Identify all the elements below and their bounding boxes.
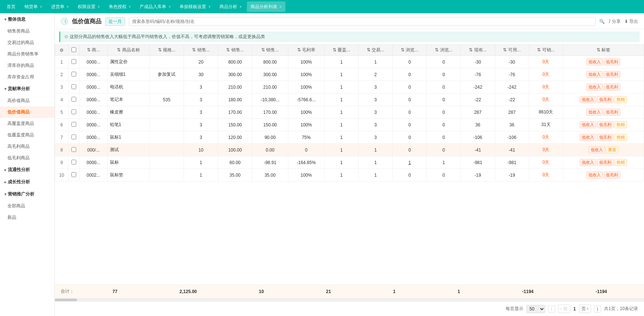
nav-product-list[interactable]: 商品分析列表 × xyxy=(247,1,285,12)
sidebar-item-slow-products[interactable]: 滞库存的商品 xyxy=(0,60,54,71)
trade: 2 xyxy=(359,68,393,81)
row-checkbox-cell[interactable] xyxy=(68,119,80,131)
sidebar-item-traded-products[interactable]: 交易过的商品 xyxy=(0,37,54,48)
sale-qty: 30 xyxy=(184,68,218,81)
close-icon[interactable]: × xyxy=(98,5,100,9)
horizontal-scrollbar[interactable] xyxy=(55,298,644,301)
close-icon[interactable]: × xyxy=(239,5,242,9)
col-name[interactable]: ⇅ 商品名称 xyxy=(107,45,149,56)
row-checkbox[interactable] xyxy=(71,135,76,139)
col-spec[interactable]: ⇅ 规格... xyxy=(150,45,184,56)
row-checkbox-cell[interactable] xyxy=(68,56,80,68)
sidebar-item-new-products[interactable]: 新品 xyxy=(0,212,54,223)
close-icon[interactable]: × xyxy=(40,5,42,9)
row-checkbox-cell[interactable] xyxy=(68,144,80,156)
sidebar-section-liquidity[interactable]: ▸ 流通性分析 xyxy=(0,164,54,176)
last-page-button[interactable]: ⟩ xyxy=(594,305,601,313)
row-checkbox-cell[interactable] xyxy=(68,169,80,181)
row-checkbox-cell[interactable] xyxy=(68,106,80,119)
sidebar-item-high-coverage[interactable]: 高覆盖度商品 xyxy=(0,118,54,129)
close-icon[interactable]: × xyxy=(279,5,282,9)
nav-permissions[interactable]: 权限设置 × xyxy=(74,1,104,12)
view2: 0 xyxy=(427,56,461,68)
sidebar-section-marketing[interactable]: ▾ 营销推广分析 xyxy=(0,188,54,200)
close-icon[interactable]: × xyxy=(129,5,131,9)
sale-qty: 3 xyxy=(184,119,218,131)
row-checkbox[interactable] xyxy=(71,59,76,64)
col-days[interactable]: ⇅ 可销... xyxy=(529,45,563,56)
export-button[interactable]: ⬇ 导出 xyxy=(624,18,638,25)
row-checkbox-cell[interactable] xyxy=(68,81,80,94)
sidebar-section-overall[interactable]: ▾ 整体信息 xyxy=(0,13,54,26)
row-checkbox[interactable] xyxy=(71,97,76,102)
sidebar-item-category-rate[interactable]: 商品分类销售率 xyxy=(0,48,54,60)
trade: 1 xyxy=(359,144,393,156)
select-all-checkbox[interactable] xyxy=(71,47,76,52)
nav-template[interactable]: 单据模板设置 × xyxy=(176,1,214,12)
row-checkbox-cell[interactable] xyxy=(68,68,80,81)
nav-roles[interactable]: 角色授权 × xyxy=(105,1,135,12)
sidebar-section-growth[interactable]: ▸ 成长性分析 xyxy=(0,176,54,188)
sort-icon: ⇅ xyxy=(226,47,230,52)
product-spec xyxy=(150,144,184,156)
row-checkbox[interactable] xyxy=(71,160,76,164)
row-checkbox-cell[interactable] xyxy=(68,156,80,169)
nav-purchase[interactable]: 进货单 × xyxy=(47,1,73,12)
row-checkbox[interactable] xyxy=(71,122,76,127)
nav-product-analysis[interactable]: 商品分析 × xyxy=(216,1,245,12)
close-icon[interactable]: × xyxy=(208,5,211,9)
sidebar-item-high-value[interactable]: 高价值商品 xyxy=(0,95,54,106)
row-checkbox-cell[interactable] xyxy=(68,94,80,106)
col-available[interactable]: ⇅ 可用... xyxy=(495,45,529,56)
sidebar-item-high-margin[interactable]: 高毛利商品 xyxy=(0,141,54,152)
row-checkbox[interactable] xyxy=(71,109,76,114)
sidebar-item-sales-products[interactable]: 销售类商品 xyxy=(0,26,54,37)
row-checkbox[interactable] xyxy=(71,84,76,89)
col-tags[interactable]: ⇅ 标签 xyxy=(563,45,644,56)
col-sale-avg[interactable]: ⇅ 销售... xyxy=(252,45,288,56)
col-stock[interactable]: ⇅ 现有... xyxy=(461,45,495,56)
row-checkbox-cell[interactable] xyxy=(68,131,80,144)
col-gross-rate[interactable]: ⇅ 毛利率 xyxy=(288,45,324,56)
tag: 低毛利 xyxy=(597,159,614,166)
first-page-button[interactable]: ⟨ xyxy=(548,305,555,313)
row-checkbox[interactable] xyxy=(71,72,76,77)
col-coverage[interactable]: ⇅ 覆盖... xyxy=(325,45,359,56)
col-view1[interactable]: ⇅ 浏览... xyxy=(393,45,427,56)
col-sale-qty[interactable]: ⇅ 销售... xyxy=(184,45,218,56)
next-page-button[interactable]: 页 › xyxy=(579,305,591,313)
col-code[interactable]: ⇅ 商... xyxy=(80,45,108,56)
nav-sales[interactable]: 销货单 × xyxy=(21,1,46,12)
nav-production[interactable]: 产成品入库单 × xyxy=(136,1,174,12)
col-sale-amt[interactable]: ⇅ 销售... xyxy=(218,45,252,56)
row-checkbox[interactable] xyxy=(71,172,76,177)
row-checkbox[interactable] xyxy=(71,147,76,152)
sort-icon: ⇅ xyxy=(401,47,405,52)
close-icon[interactable]: × xyxy=(168,5,171,9)
sidebar-item-low-coverage[interactable]: 低覆盖度商品 xyxy=(0,129,54,141)
chevron-right-icon: ▸ xyxy=(4,180,6,184)
available: -30 xyxy=(495,56,529,68)
prev-page-button[interactable]: ‹ 前 xyxy=(558,305,570,313)
sidebar-item-inventory-capital[interactable]: 库存资金占用 xyxy=(0,71,54,83)
sidebar-section-contribution[interactable]: ▾ 贡献率分析 xyxy=(0,83,54,95)
page-size-select[interactable]: 50 100 200 xyxy=(526,305,545,313)
sidebar-collapse-button[interactable]: 《 xyxy=(61,18,68,25)
col-trade[interactable]: ⇅ 交易... xyxy=(359,45,393,56)
table-row: 2 0000... 吴细细1 参加复试 30 300.00 300.00 100… xyxy=(55,68,644,81)
col-view2[interactable]: ⇅ 浏览... xyxy=(427,45,461,56)
filter-period-button[interactable]: 近一月 xyxy=(105,17,125,26)
product-code: 0000... xyxy=(80,68,108,81)
share-button[interactable]: ⤴ 分享 xyxy=(608,18,621,25)
nav-home[interactable]: 首页 xyxy=(3,1,19,12)
sidebar-item-low-margin[interactable]: 低毛利商品 xyxy=(0,152,54,164)
search-icon[interactable]: 🔍 xyxy=(599,19,605,24)
settings-icon-header[interactable]: ⚙ xyxy=(55,45,68,56)
sidebar-item-all-products[interactable]: 全部商品 xyxy=(0,200,54,212)
sidebar-item-low-value[interactable]: 低价值商品 xyxy=(0,106,54,118)
view-link[interactable]: 1 xyxy=(408,160,411,165)
search-input[interactable] xyxy=(129,17,596,26)
close-icon[interactable]: × xyxy=(67,5,69,9)
select-all-header[interactable] xyxy=(68,45,80,56)
days: 0天 xyxy=(529,94,563,106)
